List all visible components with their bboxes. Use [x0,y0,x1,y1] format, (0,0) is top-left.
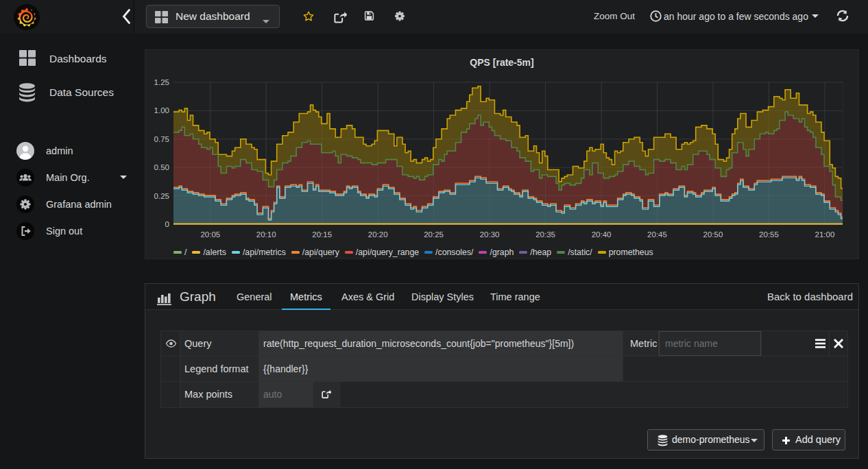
svg-text:1.00: 1.00 [154,106,169,115]
svg-text:21:00: 21:00 [815,230,835,239]
svg-text:20:10: 20:10 [256,230,276,239]
svg-text:20:20: 20:20 [368,230,388,239]
svg-text:0.25: 0.25 [154,192,169,200]
svg-text:20:05: 20:05 [200,230,220,239]
svg-text:0: 0 [165,220,169,228]
svg-text:20:25: 20:25 [424,230,444,239]
svg-text:20:45: 20:45 [647,230,667,239]
svg-text:20:50: 20:50 [703,230,723,239]
svg-text:20:15: 20:15 [312,230,332,239]
svg-text:20:55: 20:55 [759,230,779,239]
svg-text:0.75: 0.75 [154,135,169,143]
svg-text:20:35: 20:35 [535,230,555,239]
svg-text:20:30: 20:30 [480,230,500,239]
svg-text:0.50: 0.50 [154,163,169,171]
svg-text:20:40: 20:40 [592,230,612,239]
svg-text:1.25: 1.25 [154,78,169,86]
